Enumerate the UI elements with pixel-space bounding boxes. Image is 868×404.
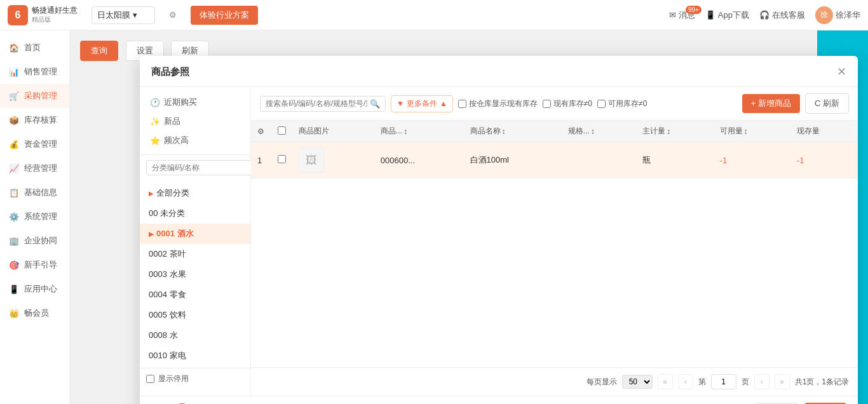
- row-name: 白酒100ml: [464, 142, 562, 178]
- logo-icon: 6: [8, 5, 28, 25]
- col-stock: 现存量: [790, 121, 858, 142]
- app-download-button[interactable]: 📱 App下载: [705, 10, 749, 21]
- category-item-0001[interactable]: ▶ 0001 酒水: [140, 224, 250, 244]
- sidebar-item-home[interactable]: 🏠 首页: [0, 36, 69, 60]
- right-panel: 🔍 ▼ 更多条件 ▲ 按仓库显示现有库存: [251, 87, 858, 396]
- last-page-button[interactable]: »: [775, 374, 790, 389]
- warehouse-filter[interactable]: 按仓库显示现有库存: [458, 98, 538, 109]
- per-page-select[interactable]: 50: [622, 375, 653, 389]
- sidebar-item-sales[interactable]: 📊 销售管理: [0, 60, 69, 84]
- vip-icon: 👑: [9, 309, 19, 318]
- content-area: 查询 设置 刷新 商品参照 ✕ 🕐 近期购买: [70, 30, 868, 404]
- show-disabled-label[interactable]: 显示停用: [146, 374, 244, 384]
- base-icon: 📋: [9, 188, 19, 198]
- category-search: 🔍: [140, 155, 250, 180]
- show-disabled-checkbox[interactable]: [146, 375, 154, 383]
- prev-page-button[interactable]: ‹: [678, 374, 693, 389]
- refresh-button[interactable]: C 刷新: [805, 93, 849, 114]
- category-item-0008[interactable]: 0008 水: [140, 325, 250, 346]
- warehouse-checkbox[interactable]: [458, 100, 466, 108]
- select-all-checkbox[interactable]: [278, 126, 286, 135]
- category-item-0002[interactable]: 0002 茶叶: [140, 244, 250, 264]
- col-code: 商品... ↕: [374, 121, 464, 142]
- search-icon: 🔍: [370, 99, 380, 109]
- category-item-0005[interactable]: 0005 饮料: [140, 305, 250, 325]
- message-icon: ✉: [669, 10, 676, 20]
- table-row[interactable]: 1 🖼 000600... 白酒100ml 瓶 -1: [251, 142, 858, 178]
- row-spec: [562, 142, 637, 178]
- available-nonzero-checkbox[interactable]: [543, 100, 551, 108]
- category-item-0003[interactable]: 0003 水果: [140, 264, 250, 285]
- category-item-all[interactable]: ▶ 全部分类: [140, 183, 250, 203]
- modal-close-button[interactable]: ✕: [837, 65, 846, 79]
- sidebar-item-corp[interactable]: 🏢 企业协同: [0, 229, 69, 253]
- customer-service-button[interactable]: 🎧 在线客服: [759, 10, 805, 21]
- modal-footer: ? 🛒 连续选择的商品 0 ▲ 取消 确定: [140, 396, 858, 404]
- product-search-box: 🔍: [260, 96, 386, 112]
- category-list: ▶ 全部分类 00 未分类 ▶ 0001 酒水 0002 茶叶: [140, 180, 250, 368]
- quick-frequent[interactable]: ⭐ 频次高: [146, 131, 244, 149]
- product-reference-modal: 商品参照 ✕ 🕐 近期购买 ✨ 新品: [140, 56, 858, 404]
- sidebar: 🏠 首页 📊 销售管理 🛒 采购管理 📦 库存核算 💰 资金管理 📈 经营管理 …: [0, 30, 70, 404]
- headset-icon: 🎧: [759, 10, 770, 20]
- category-item-00[interactable]: 00 未分类: [140, 203, 250, 224]
- sidebar-item-stock[interactable]: 📦 库存核算: [0, 108, 69, 132]
- next-page-button[interactable]: ›: [754, 374, 770, 389]
- quick-new[interactable]: ✨ 新品: [146, 112, 244, 130]
- more-filter-button[interactable]: ▼ 更多条件 ▲: [391, 95, 453, 112]
- category-search-input[interactable]: [146, 160, 253, 175]
- sidebar-item-purchase[interactable]: 🛒 采购管理: [0, 84, 69, 108]
- operate-icon: 📈: [9, 164, 19, 173]
- dropdown-arrow-icon: ▾: [133, 10, 137, 20]
- modal-title: 商品参照: [151, 66, 189, 78]
- finance-icon: 💰: [9, 140, 19, 149]
- stock-icon: 📦: [9, 116, 19, 125]
- trial-button[interactable]: 体验行业方案: [191, 6, 258, 25]
- sidebar-item-guide[interactable]: 🎯 新手引导: [0, 253, 69, 277]
- bg-query-button[interactable]: 查询: [80, 41, 118, 61]
- avatar: 徐: [815, 6, 833, 24]
- category-panel: 🕐 近期购买 ✨ 新品 ⭐ 频次高: [140, 87, 251, 396]
- usable-nonzero-checkbox[interactable]: [597, 100, 606, 108]
- add-product-button[interactable]: + 新增商品: [742, 94, 800, 113]
- row-code: 000600...: [374, 142, 464, 178]
- category-quick-list: 🕐 近期购买 ✨ 新品 ⭐ 频次高: [140, 93, 250, 155]
- product-search-input[interactable]: [266, 99, 367, 108]
- category-item-0004[interactable]: 0004 零食: [140, 285, 250, 305]
- sidebar-item-vip[interactable]: 👑 畅会员: [0, 301, 69, 325]
- filter-arrow-icon: ▲: [440, 99, 447, 108]
- quick-recent[interactable]: 🕐 近期购买: [146, 93, 244, 111]
- main-layout: 🏠 首页 📊 销售管理 🛒 采购管理 📦 库存核算 💰 资金管理 📈 经营管理 …: [0, 30, 868, 404]
- sidebar-item-system[interactable]: ⚙️ 系统管理: [0, 205, 69, 229]
- show-disabled-area: 显示停用: [140, 368, 250, 389]
- sidebar-item-operate[interactable]: 📈 经营管理: [0, 156, 69, 180]
- sidebar-item-finance[interactable]: 💰 资金管理: [0, 132, 69, 156]
- col-settings[interactable]: ⚙: [251, 121, 271, 142]
- col-checkbox: [271, 121, 292, 142]
- usable-nonzero-filter[interactable]: 可用库存≠0: [597, 98, 647, 109]
- sales-icon: 📊: [9, 67, 19, 77]
- row-stock: -1: [790, 142, 858, 178]
- page-number-input[interactable]: [711, 374, 736, 389]
- first-page-button[interactable]: «: [658, 374, 673, 389]
- apps-icon: 📱: [9, 285, 19, 294]
- col-available: 可用量 ↕: [714, 121, 790, 142]
- store-name: 日太阳膜: [97, 10, 130, 21]
- search-toolbar: 🔍 ▼ 更多条件 ▲ 按仓库显示现有库存: [251, 87, 858, 121]
- message-button[interactable]: ✉ 消息 99+: [669, 10, 695, 21]
- app-icon: 📱: [705, 10, 715, 20]
- settings-icon[interactable]: ⚙: [163, 5, 183, 25]
- store-selector[interactable]: 日太阳膜 ▾: [92, 6, 155, 24]
- purchase-icon: 🛒: [9, 91, 19, 101]
- row-index: 1: [251, 142, 271, 178]
- product-table: ⚙ 商品图片 商品... ↕ 商品名称 ↕ 规格... ↕ 主计量 ↕ 可用量 …: [251, 121, 858, 178]
- guide-icon: 🎯: [9, 260, 19, 270]
- modal-header: 商品参照 ✕: [140, 56, 858, 87]
- sidebar-item-base[interactable]: 📋 基础信息: [0, 180, 69, 205]
- nav-right: ✉ 消息 99+ 📱 App下载 🎧 在线客服 徐 徐泽华: [669, 6, 860, 24]
- available-nonzero-filter[interactable]: 现有库存≠0: [543, 98, 592, 109]
- row-checkbox[interactable]: [278, 155, 286, 163]
- user-menu[interactable]: 徐 徐泽华: [815, 6, 860, 24]
- category-item-0010[interactable]: 0010 家电: [140, 346, 250, 366]
- sidebar-item-apps[interactable]: 📱 应用中心: [0, 277, 69, 301]
